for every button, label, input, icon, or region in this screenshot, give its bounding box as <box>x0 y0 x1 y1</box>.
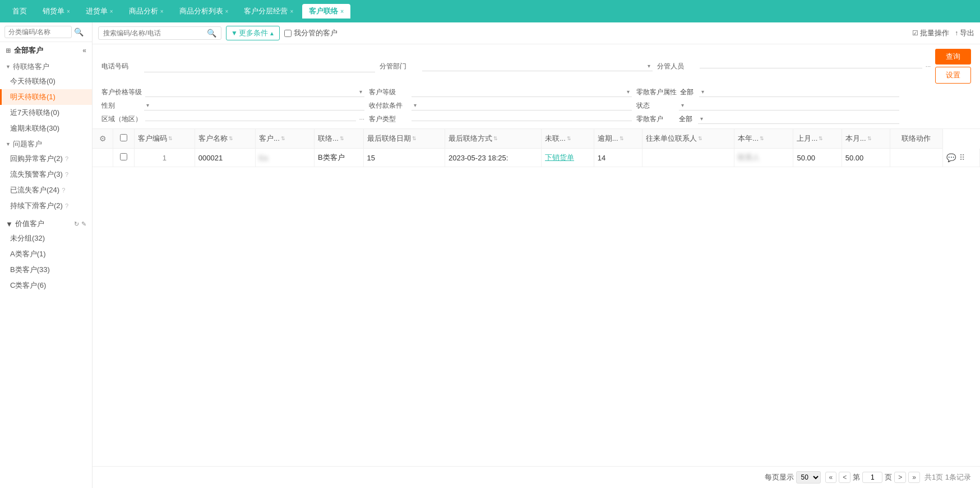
nav-label: 商品分析列表 <box>179 6 223 16</box>
sidebar-pending-group[interactable]: ▼ 待联络客户 <box>0 59 92 73</box>
sort-icon: ⇅ <box>493 136 498 141</box>
query-button[interactable]: 查询 <box>935 49 971 65</box>
th-last-method[interactable]: 最后联络方式⇅ <box>445 129 542 149</box>
edit-icon[interactable]: ✎ <box>81 220 86 228</box>
sidebar-item-today[interactable]: 今天待联络(0) <box>0 73 92 89</box>
sidebar-item-overdue[interactable]: 逾期未联络(30) <box>0 121 92 136</box>
th-contact-count[interactable]: 联络...⇅ <box>315 129 363 149</box>
select-all-checkbox[interactable] <box>120 134 127 141</box>
nav-close-icon[interactable]: × <box>110 8 113 15</box>
nav-close-icon[interactable]: × <box>160 8 164 15</box>
sidebar-item-a-class[interactable]: A类客户(1) <box>0 246 92 262</box>
refresh-icon[interactable]: ↻ <box>74 220 79 228</box>
first-page-btn[interactable]: « <box>825 472 837 483</box>
sidebar-search-icon[interactable]: 🔍 <box>74 27 84 36</box>
nav-sales-order[interactable]: 销货单 × <box>36 4 77 19</box>
th-last-month[interactable]: 上月...⇅ <box>793 129 842 149</box>
region-select[interactable] <box>145 117 356 121</box>
my-customer-checkbox[interactable] <box>284 30 292 37</box>
customer-type-select[interactable] <box>412 117 632 121</box>
per-page-select[interactable]: 50 <box>796 471 821 484</box>
sidebar-item-label: 流失预警客户(3) <box>10 169 63 179</box>
filter-region: 区域（地区） ··· <box>101 114 364 124</box>
set-button[interactable]: 设置 <box>935 67 971 84</box>
sidebar-item-label: 未分组(32) <box>10 233 45 243</box>
person-select[interactable] <box>700 65 922 68</box>
qr-icon[interactable]: ⠿ <box>959 153 965 162</box>
payment-select[interactable]: ▾ <box>412 100 632 111</box>
person-ellipsis[interactable]: ··· <box>926 63 931 70</box>
nav-customer-stratification[interactable]: 客户分层经营 × <box>237 4 300 19</box>
th-unlinked[interactable]: 未联...⇅ <box>542 129 594 149</box>
settings-icon[interactable]: ⚙ <box>99 134 107 143</box>
help-icon: ? <box>65 171 68 178</box>
filter-actions: 查询 设置 <box>935 49 971 84</box>
sidebar-search-input[interactable] <box>4 26 72 38</box>
nav-purchase-order[interactable]: 进货单 × <box>79 4 120 19</box>
checkbox-icon: ☑ <box>912 29 918 37</box>
prev-page-btn[interactable]: < <box>839 472 850 483</box>
toolbar-right: ☑ 批量操作 ↑ 导出 <box>912 28 974 38</box>
sidebar-all-customers[interactable]: ⊞ 全部客户 « <box>0 42 92 59</box>
retail-attr-select[interactable]: ▾ <box>699 87 899 97</box>
export-btn[interactable]: ↑ 导出 <box>955 28 974 38</box>
dept-select[interactable]: ▾ <box>422 61 653 71</box>
sidebar-value-group[interactable]: ▼ 价值客户 ↻ ✎ <box>0 216 92 231</box>
sidebar-item-c-class[interactable]: C类客户(6) <box>0 278 92 293</box>
nav-product-analysis[interactable]: 商品分析 × <box>122 4 170 19</box>
sidebar-item-repurchase-abnormal[interactable]: 回购异常客户(2) ? <box>0 151 92 167</box>
batch-op-btn[interactable]: ☑ 批量操作 <box>912 28 949 38</box>
nav-close-icon[interactable]: × <box>225 8 229 15</box>
status-select[interactable]: ▾ <box>679 100 899 111</box>
nav-home[interactable]: 首页 <box>6 4 34 19</box>
sidebar-item-churned[interactable]: 已流失客户(24) ? <box>0 182 92 198</box>
th-name[interactable]: 客户名称⇅ <box>195 129 255 149</box>
search-input[interactable] <box>103 29 205 37</box>
price-level-label: 客户价格等级 <box>101 88 142 97</box>
last-page-btn[interactable]: » <box>908 472 920 483</box>
page-input[interactable] <box>862 472 882 483</box>
nav-close-icon[interactable]: × <box>67 8 70 15</box>
th-last-date[interactable]: 最后联络日期⇅ <box>363 129 445 149</box>
next-page-btn[interactable]: > <box>894 472 906 483</box>
phone-input[interactable] <box>144 61 375 72</box>
nav-close-icon[interactable]: × <box>340 8 344 15</box>
filter-btn[interactable]: ▼ 更多条件 ▲ <box>226 26 280 40</box>
sidebar-item-label: 明天待联络(1) <box>10 92 56 102</box>
th-code[interactable]: 客户编码⇅ <box>134 129 195 149</box>
th-checkbox[interactable] <box>113 129 134 149</box>
message-icon[interactable]: 💬 <box>946 153 956 162</box>
td-checkbox[interactable] <box>113 149 134 167</box>
sidebar-item-label: B类客户(33) <box>10 265 50 275</box>
sidebar-item-b-class[interactable]: B类客户(33) <box>0 262 92 278</box>
sidebar-problem-group[interactable]: ▼ 问题客户 <box>0 136 92 151</box>
chevron-down-icon: ▾ <box>627 89 630 95</box>
row-checkbox[interactable] <box>120 153 127 160</box>
sidebar-item-tomorrow[interactable]: 明天待联络(1) <box>0 89 92 105</box>
pagination-buttons: « < 第 页 > » <box>825 472 920 483</box>
search-icon[interactable]: 🔍 <box>207 29 216 38</box>
th-unit-contact[interactable]: 往来单位联系人⇅ <box>642 129 734 149</box>
batch-op-label: 批量操作 <box>920 28 949 38</box>
th-gear[interactable]: ⚙ <box>93 129 113 149</box>
th-this-year[interactable]: 本年...⇅ <box>734 129 793 149</box>
price-level-select[interactable]: ▾ <box>145 87 364 97</box>
th-this-month[interactable]: 本月...⇅ <box>842 129 890 149</box>
sidebar-item-declining[interactable]: 持续下滑客户(2) ? <box>0 198 92 214</box>
sidebar-collapse-icon[interactable]: « <box>82 47 86 54</box>
sidebar-item-ungrouped[interactable]: 未分组(32) <box>0 231 92 246</box>
th-type[interactable]: 客户...⇅ <box>255 129 314 149</box>
customer-level-select[interactable]: ▾ <box>412 87 632 97</box>
gender-select[interactable]: ▾ <box>144 100 364 111</box>
nav-close-icon[interactable]: × <box>290 8 293 15</box>
th-overdue[interactable]: 逾期...⇅ <box>594 129 642 149</box>
nav-product-analysis-list[interactable]: 商品分析列表 × <box>173 4 235 19</box>
sidebar-item-churn-warning[interactable]: 流失预警客户(3) ? <box>0 167 92 182</box>
nav-customer-contact[interactable]: 客户联络 × <box>302 4 350 19</box>
last-method-link[interactable]: 下销货单 <box>545 153 574 162</box>
sidebar-item-7days[interactable]: 近7天待联络(0) <box>0 105 92 121</box>
region-ellipsis[interactable]: ··· <box>359 116 364 122</box>
td-last-method[interactable]: 下销货单 <box>542 149 594 167</box>
retail-customer-select[interactable]: ▾ <box>698 114 899 124</box>
sort-icon: ⇅ <box>340 136 344 141</box>
